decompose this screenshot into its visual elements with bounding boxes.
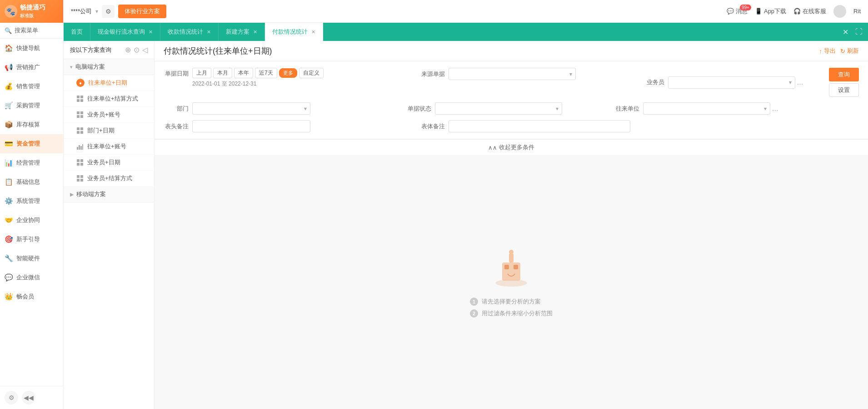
partner-input[interactable] [643,102,770,115]
query-button[interactable]: 查询 [829,68,859,81]
mobile-scheme-group-header[interactable]: ▶ 移动端方案 [64,187,154,202]
scheme-item-3[interactable]: 部门+日期 [64,123,154,139]
user-avatar[interactable] [833,5,846,18]
sidebar-item-nav-marketing[interactable]: 📢 营销推广 [0,58,63,77]
sidebar-logo: 🐾 畅捷通巧 标准版 [0,0,63,23]
app-download-button[interactable]: 📱 App下载 [755,7,786,15]
empty-tip-2: 2 用过滤条件来缩小分析范围 [470,309,553,318]
app-label: App下载 [764,7,786,15]
search-menu-label: 搜索菜单 [15,26,38,35]
tab-payment-close-icon[interactable]: ✕ [311,29,315,35]
status-input[interactable] [435,102,562,115]
settings-scheme-icon[interactable]: ⊙ [134,45,140,54]
svg-rect-9 [80,127,83,130]
source-input[interactable] [449,68,576,80]
staff-filter-label: 业务员 [639,78,664,86]
sidebar-item-nav-ops[interactable]: 📊 经营管理 [0,153,63,172]
svg-point-29 [509,250,514,254]
scheme-item-4[interactable]: 往来单位+账号 [64,139,154,155]
topbar-right: 💬 消息 99+ 📱 App下载 🎧 在线客服 Rit [727,5,861,18]
nav-home-icon: 🏠 [5,44,13,52]
topbar-settings-button[interactable]: ⚙ [102,5,115,18]
scheme-active-icon: ● [76,79,85,87]
dropdown-arrow-icon[interactable]: ▾ [95,8,98,15]
sidebar-settings-button[interactable]: ⚙ [5,391,18,404]
add-scheme-icon[interactable]: ⊕ [125,45,131,54]
tab-newplan[interactable]: 新建方案 ✕ [219,23,265,41]
date-btn-this-year[interactable]: 本年 [234,68,253,78]
scheme-item-5[interactable]: 业务员+日期 [64,155,154,171]
tab-bank[interactable]: 现金银行流水查询 ✕ [90,23,160,41]
svg-rect-21 [80,175,83,178]
scheme-item-2[interactable]: 业务员+账号 [64,107,154,123]
sidebar-item-nav-stock[interactable]: 📦 库存核算 [0,115,63,134]
sidebar-item-nav-basic[interactable]: 📋 基础信息 [0,172,63,192]
sidebar-item-label: 系统管理 [16,197,40,205]
tip-1-text: 请先选择要分析的方案 [482,298,541,306]
scheme-item-6[interactable]: 业务员+结算方式 [64,171,154,187]
trial-button[interactable]: 体验行业方案 [118,5,166,18]
sidebar-item-nav-hardware[interactable]: 🔧 智能硬件 [0,249,63,268]
date-btn-last-month[interactable]: 上月 [192,68,211,78]
sidebar-collapse-button[interactable]: ◀◀ [22,391,35,404]
left-panel-actions: ⊕ ⊙ ◁ [125,45,148,54]
column-settings-button[interactable]: 设置 [829,83,859,97]
sidebar-item-nav-guide[interactable]: 🎯 新手引导 [0,230,63,249]
date-btn-7days[interactable]: 近7天 [255,68,277,78]
tab-home[interactable]: 首页 [64,23,90,41]
scheme-item-0[interactable]: ● 往来单位+日期 [64,75,154,91]
collapse-panel-icon[interactable]: ◁ [142,45,148,54]
dept-input[interactable] [192,102,310,115]
message-button[interactable]: 💬 消息 99+ [727,7,748,15]
left-panel-header: 按以下方案查询 ⊕ ⊙ ◁ [64,41,154,59]
scheme-item-label: 业务员+结算方式 [87,174,132,182]
sidebar-item-nav-member[interactable]: 👑 畅会员 [0,287,63,306]
tab-home-label: 首页 [71,28,83,36]
scheme-item-1[interactable]: 往来单位+结算方式 [64,91,154,107]
table-header-note-input[interactable] [192,120,310,132]
sidebar-item-label: 营销推广 [16,63,40,71]
tab-newplan-close-icon[interactable]: ✕ [253,29,257,35]
tab-bank-close-icon[interactable]: ✕ [149,29,153,35]
date-btn-more[interactable]: 更多 [279,68,297,78]
online-service-button[interactable]: 🎧 在线客服 [793,7,826,15]
scheme-item-label: 部门+日期 [87,126,115,135]
mobile-scheme-group: ▶ 移动端方案 [64,187,154,202]
tab-income[interactable]: 收款情况统计 ✕ [160,23,219,41]
tab-close-all-icon[interactable]: ✕ [841,27,850,36]
logo-version: 标准版 [20,13,45,19]
search-menu-item[interactable]: 🔍 搜索菜单 [0,23,63,39]
scheme-grid-icon [76,159,84,166]
topbar: ****公司 ▾ ⚙ 体验行业方案 💬 消息 99+ 📱 App下载 🎧 在线客… [64,0,868,23]
sidebar-item-nav-purchase[interactable]: 🛒 采购管理 [0,96,63,115]
tab-fullscreen-icon[interactable]: ⛶ [854,27,863,36]
sidebar-item-nav-system[interactable]: ⚙️ 系统管理 [0,192,63,211]
tab-payment[interactable]: 付款情况统计 ✕ [265,23,323,41]
sidebar-item-nav-home[interactable]: 🏠 快捷导航 [0,39,63,58]
partner-dots-icon[interactable]: ... [772,105,778,113]
nav-ops-icon: 📊 [5,159,13,167]
mobile-scheme-group-label: 移动端方案 [76,190,106,198]
refresh-button[interactable]: ↻ 刷新 [840,47,859,55]
username-label[interactable]: Rit [853,8,861,15]
sidebar-item-nav-corp[interactable]: 🤝 企业协同 [0,211,63,230]
svg-rect-19 [80,163,83,166]
pc-scheme-group-header[interactable]: ▾ 电脑端方案 [64,59,154,75]
export-button[interactable]: ↑ 导出 [819,47,836,55]
staff-dots-icon[interactable]: ... [797,78,803,86]
collapse-more-button[interactable]: ∧∧ 收起更多条件 [488,143,534,151]
scheme-grid-icon [76,95,84,102]
date-range-text: 2022-01-01 至 2022-12-31 [192,80,324,88]
date-btn-this-month[interactable]: 本月 [213,68,232,78]
logo-name: 畅捷通巧 [20,4,45,12]
nav-finance-icon: 💳 [5,140,13,148]
left-panel: 按以下方案查询 ⊕ ⊙ ◁ ▾ 电脑端方案 ● 往来单位+日期 [64,41,155,409]
tab-income-close-icon[interactable]: ✕ [207,29,211,35]
sidebar-item-nav-sales[interactable]: 💰 销售管理 [0,77,63,96]
table-body-note-input[interactable] [449,120,630,132]
staff-input[interactable] [668,76,795,89]
sidebar-item-nav-finance[interactable]: 💳 资金管理 [0,134,63,153]
svg-rect-13 [79,145,80,150]
sidebar-item-nav-wechat[interactable]: 💬 企业微信 [0,268,63,287]
date-btn-custom[interactable]: 自定义 [299,68,324,78]
